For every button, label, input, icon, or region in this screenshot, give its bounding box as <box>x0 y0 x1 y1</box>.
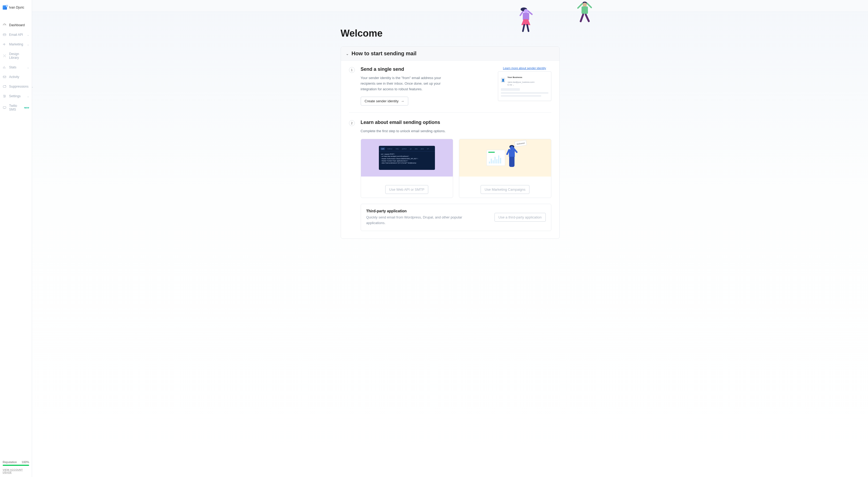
chevron-down-icon: ⌄ <box>27 66 29 69</box>
sidebar-item-label: Marketing <box>9 42 23 46</box>
use-marketing-campaigns-button[interactable]: Use Marketing Campaigns <box>480 185 529 194</box>
code-line: --data '{"personalizations":[{"to":[{"em… <box>381 162 433 164</box>
page-title: Welcome <box>341 28 560 39</box>
section-title: How to start sending mail <box>352 51 416 57</box>
brand-logo-icon <box>3 5 7 10</box>
person-icon <box>505 145 519 171</box>
button-label: Use Marketing Campaigns <box>485 187 525 191</box>
preview-from-addr: <jane.doe@your_business.com> <box>507 81 534 83</box>
card-icon <box>3 33 6 37</box>
mini-chart-icon <box>487 150 505 166</box>
option-web-api: curl node.js ruby python go php java c# <box>361 139 453 198</box>
sidebar-item-twilio-sms[interactable]: Twilio SMS NEW <box>0 101 32 114</box>
sidebar-item-label: Activity <box>9 75 19 79</box>
content: Welcome ⌄ How to start sending mail 1 Se… <box>335 12 565 249</box>
sidebar-item-activity[interactable]: Activity <box>0 72 32 82</box>
email-preview: 👤 Your Business <jane.doe@your_business.… <box>498 71 551 101</box>
reputation-bar <box>3 465 29 466</box>
section-toggle[interactable]: ⌄ How to start sending mail <box>341 47 559 61</box>
terminal-tab: curl <box>380 147 385 150</box>
sidebar-item-label: Suppressions <box>9 85 29 88</box>
svg-rect-0 <box>3 34 6 36</box>
preview-from-name: Your Business <box>507 76 522 79</box>
arrow-right-icon: → <box>401 99 404 103</box>
svg-rect-2 <box>3 86 6 88</box>
palette-icon <box>3 54 6 58</box>
sidebar-item-label: Stats <box>9 65 16 69</box>
svg-rect-1 <box>3 76 6 78</box>
megaphone-icon <box>3 42 6 46</box>
sidebar-item-email-api[interactable]: Email API ⌄ <box>0 30 32 39</box>
reputation-label: Reputation <box>3 460 17 464</box>
chevron-down-icon: ⌄ <box>31 85 33 88</box>
chevron-down-icon: ⌄ <box>513 84 514 86</box>
terminal-tab: c# <box>426 147 430 150</box>
third-party-description: Quickly send email from Wordpress, Drupa… <box>366 215 462 226</box>
marketing-illustration: Delivered <box>459 139 551 177</box>
chevron-down-icon: ⌄ <box>27 43 29 46</box>
code-line: --url https://api.sendgrid.com/v3/mail/s… <box>381 155 433 157</box>
button-label: Use Web API or SMTP <box>389 187 425 191</box>
terminal-tab: java <box>420 147 425 150</box>
sidebar-item-settings[interactable]: Settings ⌄ <box>0 91 32 101</box>
sidebar: Ivan Djuric Dashboard Email API ⌄ Market… <box>0 0 32 477</box>
chevron-down-icon: ⌄ <box>27 95 29 98</box>
preview-to: to me <box>507 84 512 86</box>
create-sender-identity-button[interactable]: Create sender identity → <box>361 97 408 106</box>
sidebar-item-label: Design Library <box>9 52 29 60</box>
step-1-description: Your sender identity is the "from" email… <box>361 75 457 92</box>
step-2-title: Learn about email sending options <box>361 120 551 125</box>
chevron-down-icon: ⌄ <box>346 52 349 56</box>
terminal-tab: php <box>414 147 418 150</box>
terminal-tab: ruby <box>395 147 400 150</box>
chevron-down-icon: ⌄ <box>27 33 29 36</box>
code-line: curl --request POST \ <box>381 153 433 155</box>
terminal-tab: python <box>401 147 408 150</box>
sidebar-item-dashboard[interactable]: Dashboard <box>0 20 32 30</box>
step-2: 2 Learn about email sending options Comp… <box>349 120 551 231</box>
brand-user: Ivan Djuric <box>9 6 24 9</box>
sidebar-item-label: Dashboard <box>9 23 25 27</box>
sidebar-item-stats[interactable]: Stats ⌄ <box>0 62 32 72</box>
onboarding-card: ⌄ How to start sending mail 1 Send a sin… <box>341 47 560 239</box>
svg-rect-6 <box>3 107 6 109</box>
chat-icon <box>3 106 6 110</box>
envelope-x-icon <box>3 85 6 88</box>
sidebar-item-design-library[interactable]: Design Library <box>0 49 32 62</box>
chart-icon <box>3 65 6 69</box>
new-badge: NEW <box>24 107 29 109</box>
button-label: Use a third-party application <box>498 215 542 219</box>
step-number: 2 <box>349 120 355 126</box>
sidebar-item-label: Settings <box>9 94 21 98</box>
sidebar-item-suppressions[interactable]: Suppressions ⌄ <box>0 82 32 91</box>
step-2-description: Complete the first step to unlock email … <box>361 128 551 134</box>
avatar-icon: 👤 <box>501 78 505 83</box>
button-label: Create sender identity <box>365 99 399 103</box>
step-1: 1 Send a single send Your sender identit… <box>349 66 551 106</box>
sidebar-item-label: Twilio SMS <box>9 104 21 111</box>
code-line: --header 'Authorization: Bearer $SENDGRI… <box>381 157 433 160</box>
option-marketing: Delivered <box>459 139 551 198</box>
brand-header[interactable]: Ivan Djuric <box>0 0 32 15</box>
code-line: --header 'Content-Type: application/json… <box>381 160 433 162</box>
third-party-block: Third-party application Quickly send ema… <box>361 204 551 231</box>
sidebar-item-marketing[interactable]: Marketing ⌄ <box>0 39 32 49</box>
third-party-title: Third-party application <box>366 209 462 213</box>
step-number: 1 <box>349 67 355 73</box>
use-web-api-button[interactable]: Use Web API or SMTP <box>385 185 429 194</box>
reputation-value: 100% <box>22 460 29 464</box>
gauge-icon <box>3 23 6 27</box>
step-1-title: Send a single send <box>361 66 457 72</box>
primary-nav: Dashboard Email API ⌄ Marketing ⌄ Design… <box>0 15 32 458</box>
code-terminal: curl node.js ruby python go php java c# <box>379 146 435 170</box>
sidebar-item-label: Email API <box>9 33 23 37</box>
api-illustration: curl node.js ruby python go php java c# <box>361 139 453 177</box>
use-third-party-button[interactable]: Use a third-party application <box>494 213 546 222</box>
sender-identity-illustration: Learn more about sender identity 👤 Your … <box>498 66 551 106</box>
main-area: Welcome ⌄ How to start sending mail 1 Se… <box>32 0 868 477</box>
top-bar <box>32 0 868 12</box>
learn-more-sender-identity-link[interactable]: Learn more about sender identity <box>498 66 551 70</box>
view-account-usage-link[interactable]: VIEW ACCOUNT USAGE <box>0 467 32 477</box>
terminal-tab: node.js <box>386 147 393 150</box>
envelope-icon <box>3 75 6 79</box>
